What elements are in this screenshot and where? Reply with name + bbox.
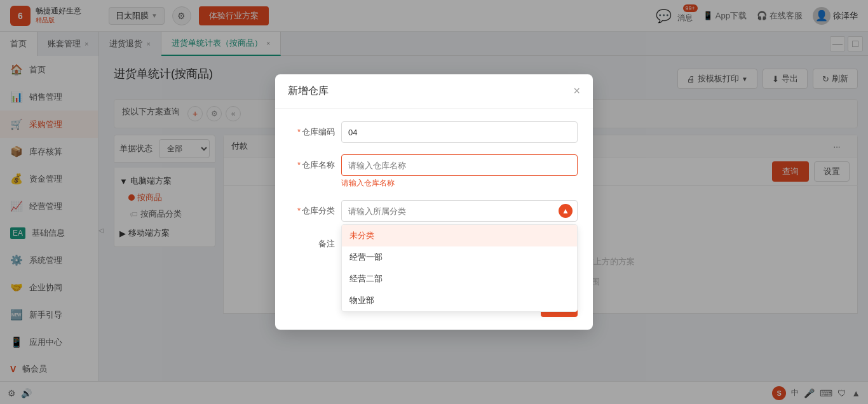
form-row-category: 仓库分类 ▲ 未分类 经营一部 经营二部 物业部 — [290, 200, 578, 222]
name-label: 仓库名称 — [290, 154, 341, 171]
name-error-msg: 请输入仓库名称 — [341, 178, 578, 189]
category-field: ▲ 未分类 经营一部 经营二部 物业部 — [341, 200, 578, 222]
option-dept2[interactable]: 经营二部 — [342, 268, 577, 290]
option-dept1[interactable]: 经营一部 — [342, 246, 577, 268]
modal-header: 新增仓库 × — [275, 74, 593, 109]
form-row-code: 仓库编码 — [290, 121, 578, 143]
category-label: 仓库分类 — [290, 200, 341, 217]
modal-body: 仓库编码 仓库名称 请输入仓库名称 仓库分类 ▲ 未分类 经营一部 — [275, 109, 593, 290]
category-input[interactable] — [341, 200, 578, 222]
modal-close-icon[interactable]: × — [573, 84, 580, 98]
code-field — [341, 121, 578, 143]
notes-label: 备注 — [290, 233, 341, 250]
modal-title: 新增仓库 — [288, 84, 329, 98]
code-label: 仓库编码 — [290, 121, 341, 138]
category-dropdown-arrow[interactable]: ▲ — [559, 204, 573, 218]
option-unclassified[interactable]: 未分类 — [342, 225, 577, 246]
name-input[interactable] — [341, 154, 578, 176]
category-dropdown-list: 未分类 经营一部 经营二部 物业部 — [341, 224, 578, 312]
code-input[interactable] — [341, 121, 578, 143]
add-warehouse-modal: 新增仓库 × 仓库编码 仓库名称 请输入仓库名称 仓库分类 ▲ — [275, 74, 593, 330]
option-property[interactable]: 物业部 — [342, 290, 577, 311]
form-row-name: 仓库名称 请输入仓库名称 — [290, 154, 578, 189]
name-field: 请输入仓库名称 — [341, 154, 578, 189]
